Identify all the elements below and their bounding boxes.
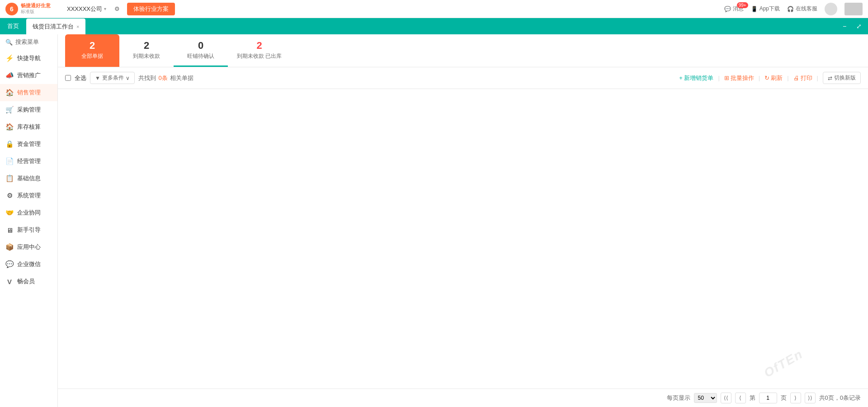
sidebar-search[interactable]: 🔍 搜索菜单 — [0, 34, 57, 50]
sidebar-item-system[interactable]: ⚙ 系统管理 — [0, 187, 57, 204]
header-right: 💬 消息 99+ 📱 App下载 🎧 在线客服 — [724, 3, 863, 15]
filter-button[interactable]: ▼ 更多条件 ∨ — [90, 72, 135, 84]
online-service-label: 在线客服 — [796, 5, 817, 13]
logo-line2: 标准版 — [21, 9, 51, 15]
sidebar-item-inventory[interactable]: 🏠 库存核算 — [0, 118, 57, 136]
per-page-select[interactable]: 50 100 200 — [694, 393, 717, 403]
table-area — [58, 89, 868, 388]
tab-count-all: 2 — [90, 40, 95, 51]
sidebar-item-wechat[interactable]: 💬 企业微信 — [0, 256, 57, 273]
sidebar-label-system: 系统管理 — [17, 192, 41, 200]
refresh-button[interactable]: ↻ 刷新 — [764, 74, 783, 82]
stats-tabs: 2 全部单据 2 到期未收款 0 旺铺待确认 2 到期未收款 已出库 — [58, 34, 868, 67]
sidebar-item-basic-info[interactable]: 📋 基础信息 — [0, 170, 57, 187]
tab-home[interactable]: 首页 — [0, 18, 26, 34]
tab-count-pending: 0 — [198, 40, 203, 51]
filter-icon: ▼ — [95, 75, 100, 81]
tab-qinghuori[interactable]: 钱货日清工作台 × — [26, 19, 85, 35]
batch-operation-button[interactable]: ⊞ 批量操作 — [724, 74, 754, 82]
select-all-checkbox[interactable] — [65, 75, 71, 81]
sidebar-item-guide[interactable]: 🖥 新手引导 — [0, 221, 57, 239]
sidebar-label-basic-info: 基础信息 — [17, 174, 41, 182]
logo-icon: 6 — [5, 3, 18, 15]
sidebar-item-purchase[interactable]: 🛒 采购管理 — [0, 101, 57, 118]
first-page-button[interactable]: ⟨⟨ — [721, 393, 731, 403]
sidebar-label-enterprise: 企业协同 — [17, 209, 41, 217]
cart-icon: 🛒 — [5, 106, 14, 114]
sidebar-label-guide: 新手引导 — [17, 226, 41, 234]
sidebar-item-finance[interactable]: 🔒 资金管理 — [0, 136, 57, 153]
toolbar-left: 全选 ▼ 更多条件 ∨ 共找到 0条 相关单据 — [65, 72, 193, 84]
toolbar: 全选 ▼ 更多条件 ∨ 共找到 0条 相关单据 + 新增销货单 | ⊞ 批量操作 — [58, 67, 868, 89]
toolbar-right: + 新增销货单 | ⊞ 批量操作 | ↻ 刷新 | 🖨 打印 | ⇄ — [679, 72, 861, 84]
message-badge: 99+ — [737, 2, 748, 8]
sidebar-item-member[interactable]: V 畅会员 — [0, 273, 57, 290]
pagination: 每页显示 50 100 200 ⟨⟨ ⟨ 第 页 ⟩ ⟩⟩ 共0页，0条记录 — [58, 388, 868, 407]
filter-chevron-icon: ∨ — [126, 75, 130, 81]
username-area[interactable] — [844, 3, 863, 15]
sidebar-item-quick-nav[interactable]: ⚡ 快捷导航 — [0, 50, 57, 67]
app-icon: 📦 — [5, 243, 14, 251]
tab-count-shipped: 2 — [257, 40, 262, 51]
stats-tab-shipped[interactable]: 2 到期未收款 已出库 — [228, 34, 291, 67]
chevron-down-icon: ▾ — [104, 6, 106, 11]
warehouse-icon: 🏠 — [5, 123, 14, 131]
settings-button[interactable]: ⚙ — [111, 3, 123, 15]
tab-maximize-button[interactable]: ⤢ — [854, 21, 864, 32]
sidebar-item-sales[interactable]: 🏠 销售管理 — [0, 84, 57, 101]
megaphone-icon: 📣 — [5, 71, 14, 80]
sidebar-label-purchase: 采购管理 — [17, 106, 41, 114]
sidebar-label-app-center: 应用中心 — [17, 243, 41, 251]
filter-label: 更多条件 — [102, 74, 124, 82]
main-layout: 🔍 搜索菜单 ⚡ 快捷导航 📣 营销推广 🏠 销售管理 🛒 采购管理 🏠 库存核… — [0, 34, 868, 407]
sidebar-item-enterprise[interactable]: 🤝 企业协同 — [0, 204, 57, 221]
sidebar: 🔍 搜索菜单 ⚡ 快捷导航 📣 营销推广 🏠 销售管理 🛒 采购管理 🏠 库存核… — [0, 34, 58, 407]
logo-text: 畅捷通好生意 标准版 — [21, 3, 51, 15]
page-number-input[interactable] — [759, 393, 777, 403]
print-label: 打印 — [801, 74, 812, 82]
sidebar-label-sales: 销售管理 — [17, 89, 41, 97]
member-icon: V — [5, 277, 14, 285]
tab-bar-actions: − ⤢ — [839, 21, 868, 32]
app-download-icon: 📱 — [751, 6, 758, 12]
print-button[interactable]: 🖨 打印 — [793, 74, 812, 82]
stats-tab-pending[interactable]: 0 旺铺待确认 — [174, 34, 228, 67]
app-download-label: App下载 — [760, 5, 780, 13]
stats-tab-overdue[interactable]: 2 到期未收款 — [119, 34, 174, 67]
tab-label-shipped: 到期未收款 已出库 — [237, 52, 282, 60]
page-label: 第 — [750, 394, 755, 402]
shop-icon: 🏠 — [5, 89, 14, 97]
wechat-icon: 💬 — [5, 260, 14, 268]
switch-icon: ⇄ — [828, 75, 832, 81]
tab-label-all: 全部单据 — [81, 52, 103, 60]
tab-close-button[interactable]: × — [76, 24, 79, 29]
lock-icon: 🔒 — [5, 140, 14, 148]
found-count: 0条 — [159, 75, 168, 81]
trial-button[interactable]: 体验行业方案 — [127, 3, 175, 15]
stats-tab-all[interactable]: 2 全部单据 — [65, 34, 119, 67]
tab-minimize-button[interactable]: − — [839, 21, 850, 32]
refresh-icon: ↻ — [764, 75, 769, 81]
avatar[interactable] — [825, 3, 837, 15]
app-download-button[interactable]: 📱 App下载 — [751, 5, 780, 13]
online-service-button[interactable]: 🎧 在线客服 — [787, 5, 817, 13]
company-selector[interactable]: XXXXXX公司 ▾ — [67, 5, 106, 13]
last-page-button[interactable]: ⟩⟩ — [805, 393, 816, 403]
switch-version-button[interactable]: ⇄ 切换新版 — [823, 72, 861, 84]
tab-label-pending: 旺铺待确认 — [187, 52, 214, 60]
tab-bar: 首页 钱货日清工作台 × − ⤢ — [0, 18, 868, 34]
switch-label: 切换新版 — [834, 74, 856, 82]
message-button[interactable]: 💬 消息 99+ — [724, 5, 744, 13]
batch-icon: ⊞ — [724, 75, 729, 81]
sidebar-item-app-center[interactable]: 📦 应用中心 — [0, 239, 57, 256]
sidebar-item-operation[interactable]: 📄 经营管理 — [0, 153, 57, 170]
prev-page-button[interactable]: ⟨ — [735, 393, 746, 403]
sidebar-label-operation: 经营管理 — [17, 157, 41, 165]
next-page-button[interactable]: ⟩ — [790, 393, 801, 403]
divider-3: | — [787, 75, 788, 81]
divider-4: | — [817, 75, 818, 81]
sidebar-item-marketing[interactable]: 📣 营销推广 — [0, 67, 57, 84]
sidebar-label-member: 畅会员 — [17, 277, 35, 285]
add-order-button[interactable]: + 新增销货单 — [679, 74, 713, 82]
table-icon: 📋 — [5, 174, 14, 182]
